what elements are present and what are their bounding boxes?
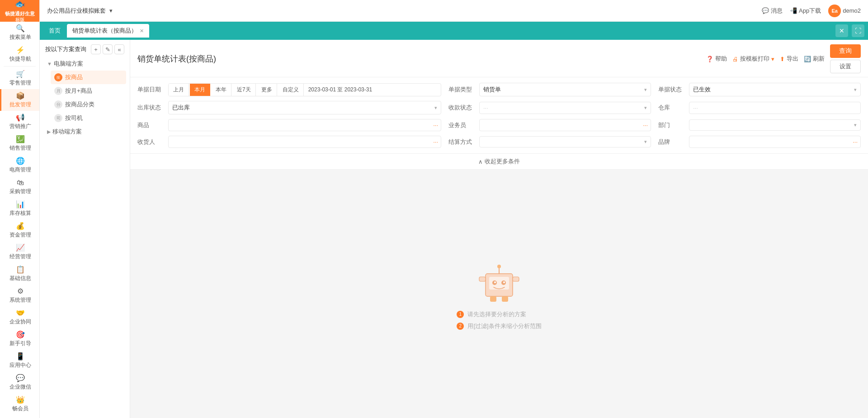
filter-payment-select[interactable]: ▾ bbox=[479, 136, 651, 147]
date-period-group: 上月 本月 本年 近7天 更多 自定义 2023-03-01 至 2023-03… bbox=[168, 83, 441, 96]
filter-collect-select[interactable]: ··· ▾ bbox=[479, 102, 651, 114]
sidebar-label-finance: 资金管理 bbox=[9, 231, 31, 239]
message-icon: 💬 bbox=[762, 7, 769, 14]
goods-more-btn[interactable]: ··· bbox=[430, 122, 441, 128]
period-this-month[interactable]: 本月 bbox=[190, 84, 210, 96]
sidebar-label-inventory: 库存核算 bbox=[9, 209, 31, 217]
export-link[interactable]: ⬆ 导出 bbox=[780, 55, 798, 63]
filter-warehouse-out-select[interactable]: 已出库 ▾ bbox=[168, 101, 441, 114]
tab-close-btn[interactable]: ✕ bbox=[835, 24, 848, 37]
tree-child-by-month-goods[interactable]: 月 按月+商品 bbox=[51, 84, 126, 98]
sidebar-item-sales-mgmt[interactable]: 💹 销售管理 bbox=[0, 133, 39, 154]
tab-home[interactable]: 首页 bbox=[43, 24, 66, 38]
topbar-user[interactable]: Ea demo2 bbox=[828, 5, 861, 17]
topbar-dropdown-arrow[interactable]: ▾ bbox=[109, 7, 113, 14]
left-panel-add-btn[interactable]: + bbox=[91, 44, 101, 54]
topbar-message[interactable]: 💬 消息 bbox=[762, 7, 783, 15]
logo-icon: 🐟 bbox=[15, 0, 25, 10]
tab-close-icon[interactable]: ✕ bbox=[140, 28, 144, 34]
sidebar-item-enterprise[interactable]: 🤝 企业协同 bbox=[0, 306, 39, 328]
tip-num-2: 2 bbox=[457, 323, 464, 330]
tab-sales-stat[interactable]: 销货单统计表（按商品） ✕ bbox=[67, 24, 149, 38]
purchase-icon: 🛍 bbox=[17, 179, 24, 187]
filter-row-2: 出库状态 已出库 ▾ 收款状态 ··· ▾ bbox=[137, 101, 861, 114]
receiver-more-btn[interactable]: ··· bbox=[430, 138, 441, 145]
sidebar-item-app-center[interactable]: 📱 应用中心 bbox=[0, 350, 39, 371]
app-download-label: App下载 bbox=[799, 7, 821, 15]
period-7-days[interactable]: 近7天 bbox=[232, 84, 256, 96]
sales-person-more-btn[interactable]: ··· bbox=[640, 122, 651, 128]
sidebar-item-guide[interactable]: 🎯 新手引导 bbox=[0, 328, 39, 350]
help-icon: ❓ bbox=[706, 56, 713, 62]
sidebar-item-search[interactable]: 🔍 搜索菜单 bbox=[0, 22, 39, 43]
brand-field[interactable] bbox=[689, 136, 850, 147]
left-panel-edit-btn[interactable]: ✎ bbox=[103, 44, 113, 54]
filter-doc-status-select[interactable]: 已生效 ▾ bbox=[689, 83, 861, 96]
empty-state-illustration bbox=[476, 258, 522, 303]
member-icon: 👑 bbox=[16, 395, 25, 404]
inventory-icon: 📊 bbox=[16, 200, 25, 209]
sidebar-item-ecommerce[interactable]: 🌐 电商管理 bbox=[0, 154, 39, 176]
sidebar: 🐟 畅捷通好生意 标版 🔍 搜索菜单 ⚡ 快捷导航 🛒 零售管理 📦 批发管理 … bbox=[0, 0, 40, 418]
home-tab-label: 首页 bbox=[49, 27, 61, 35]
tree-parent-desktop[interactable]: ▼ 电脑端方案 bbox=[43, 57, 126, 71]
left-panel-collapse-btn[interactable]: « bbox=[114, 44, 124, 54]
left-panel-header: 按以下方案查询 + ✎ « bbox=[40, 40, 130, 57]
help-link[interactable]: ❓ 帮助 bbox=[706, 55, 727, 63]
collapse-row[interactable]: ∧ 收起更多条件 bbox=[130, 154, 868, 170]
filter-doc-type-select[interactable]: 销货单 ▾ bbox=[479, 83, 651, 96]
sidebar-item-marketing[interactable]: 📢 营销推广 bbox=[0, 111, 39, 133]
svg-point-4 bbox=[494, 281, 496, 283]
sales-person-field[interactable] bbox=[480, 119, 640, 131]
finance-icon: 💰 bbox=[16, 222, 25, 230]
filter-warehouse-out-label: 出库状态 bbox=[137, 104, 165, 112]
filter-brand-input[interactable]: ··· bbox=[689, 136, 861, 148]
tree-child-icon-goods: 按 bbox=[54, 73, 62, 81]
filter-receiver-input[interactable]: ··· bbox=[168, 136, 441, 148]
date-range-text[interactable]: 2023-03-01 至 2023-03-31 bbox=[305, 84, 441, 96]
svg-rect-1 bbox=[489, 277, 509, 290]
settings-button[interactable]: 设置 bbox=[830, 60, 861, 73]
period-this-year[interactable]: 本年 bbox=[211, 84, 231, 96]
sidebar-item-wechat[interactable]: 💬 企业微信 bbox=[0, 371, 39, 393]
refresh-link[interactable]: 🔄 刷新 bbox=[804, 55, 825, 63]
filter-row-4: 收货人 ··· 结算方式 ▾ bbox=[137, 136, 861, 148]
tree-child-by-goods[interactable]: 按 按商品 bbox=[51, 71, 126, 84]
topbar-right: 💬 消息 📲 App下载 Ea demo2 bbox=[762, 5, 861, 17]
sidebar-item-member[interactable]: 👑 畅会员 bbox=[0, 393, 39, 415]
filter-sales-person-input[interactable]: ··· bbox=[479, 119, 651, 131]
tip-text-1: 请先选择要分析的方案 bbox=[467, 310, 526, 318]
sidebar-item-quick-nav[interactable]: ⚡ 快捷导航 bbox=[0, 43, 39, 65]
filter-warehouse-select[interactable]: ··· bbox=[689, 102, 861, 114]
sidebar-item-inventory[interactable]: 📊 库存核算 bbox=[0, 198, 39, 219]
tree-child-by-printer[interactable]: 司 按司机 bbox=[51, 111, 126, 125]
period-more[interactable]: 更多 bbox=[257, 84, 277, 96]
receiver-field[interactable] bbox=[169, 136, 430, 147]
sidebar-item-system[interactable]: ⚙ 系统管理 bbox=[0, 285, 39, 306]
filter-department-select[interactable]: ▾ bbox=[689, 119, 861, 131]
tree-child-by-category[interactable]: 分 按商品分类 bbox=[51, 98, 126, 111]
sidebar-item-purchase[interactable]: 🛍 采购管理 bbox=[0, 176, 39, 198]
filter-row-3: 商品 ··· 业务员 ··· bbox=[137, 119, 861, 131]
sidebar-item-wholesale[interactable]: 📦 批发管理 bbox=[0, 89, 39, 111]
tab-fullscreen-btn[interactable]: ⛶ bbox=[852, 24, 864, 37]
sidebar-label-wechat: 企业微信 bbox=[9, 383, 31, 391]
query-button[interactable]: 查询 bbox=[830, 44, 861, 58]
topbar-app-download[interactable]: 📲 App下载 bbox=[790, 7, 821, 15]
brand-more-btn[interactable]: ··· bbox=[850, 138, 860, 145]
sidebar-item-retail[interactable]: 🛒 零售管理 bbox=[0, 67, 39, 89]
sidebar-item-operations[interactable]: 📈 经营管理 bbox=[0, 241, 39, 263]
print-link[interactable]: 🖨 按模板打印 ▾ bbox=[732, 55, 774, 63]
empty-tip-1: 1 请先选择要分析的方案 bbox=[457, 310, 541, 318]
filter-goods-input[interactable]: ··· bbox=[168, 119, 441, 131]
tree-parent-mobile[interactable]: ▶ 移动端方案 bbox=[43, 125, 126, 138]
goods-search-field[interactable] bbox=[169, 119, 430, 131]
svg-point-7 bbox=[497, 265, 501, 268]
empty-text: 1 请先选择要分析的方案 2 用[过滤]条件来缩小分析范围 bbox=[457, 310, 541, 330]
filter-payment-item: 结算方式 ▾ bbox=[448, 136, 651, 147]
period-last-month[interactable]: 上月 bbox=[169, 84, 189, 96]
filter-warehouse-out-item: 出库状态 已出库 ▾ bbox=[137, 101, 441, 114]
sidebar-item-finance[interactable]: 💰 资金管理 bbox=[0, 219, 39, 241]
period-custom[interactable]: 自定义 bbox=[278, 84, 304, 96]
sidebar-item-basic-info[interactable]: 📋 基础信息 bbox=[0, 263, 39, 285]
